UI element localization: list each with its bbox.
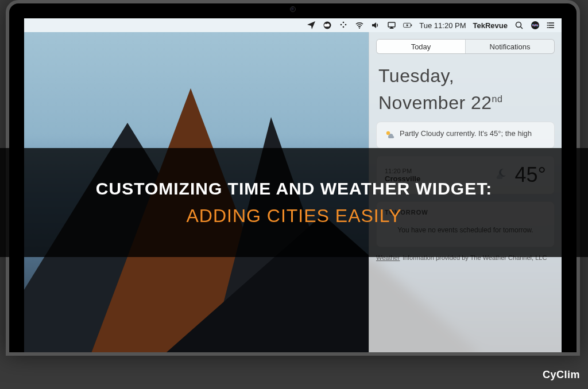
svg-rect-8 bbox=[411, 25, 412, 26]
overlay-line2: ADDING CITIES EASILY bbox=[186, 205, 401, 227]
svg-point-18 bbox=[386, 131, 390, 135]
weather-summary-text: Partly Cloudy currently. It's 45°; the h… bbox=[400, 129, 532, 138]
stage: Tue 11:20 PM TekRevue Today Notification… bbox=[0, 0, 588, 389]
menubar: Tue 11:20 PM TekRevue bbox=[24, 18, 562, 32]
airplay-icon[interactable] bbox=[387, 21, 396, 30]
date-ordinal: nd bbox=[492, 94, 503, 104]
today-notifications-segmented-control: Today Notifications bbox=[376, 39, 555, 54]
creative-cloud-icon[interactable] bbox=[323, 21, 332, 30]
date-month-day-text: November 22 bbox=[378, 92, 492, 113]
webcam-icon bbox=[290, 6, 296, 12]
svg-point-5 bbox=[359, 28, 360, 29]
weather-summary-card[interactable]: Partly Cloudy currently. It's 45°; the h… bbox=[376, 122, 555, 149]
svg-point-17 bbox=[547, 27, 548, 28]
battery-icon[interactable] bbox=[403, 21, 412, 30]
date-widget: Tuesday, November 22nd bbox=[376, 61, 555, 115]
menubar-datetime[interactable]: Tue 11:20 PM bbox=[419, 21, 466, 30]
svg-rect-6 bbox=[388, 22, 395, 27]
svg-point-16 bbox=[547, 25, 548, 26]
svg-point-1 bbox=[343, 22, 345, 24]
svg-point-3 bbox=[345, 24, 347, 26]
settings-dots-icon[interactable] bbox=[339, 21, 348, 30]
tab-notifications[interactable]: Notifications bbox=[465, 40, 554, 53]
svg-point-9 bbox=[516, 22, 521, 28]
menubar-app-name[interactable]: TekRevue bbox=[473, 21, 508, 30]
location-icon[interactable] bbox=[307, 21, 316, 30]
svg-point-4 bbox=[343, 26, 345, 28]
spotlight-icon[interactable] bbox=[514, 21, 524, 30]
partly-cloudy-icon bbox=[385, 129, 395, 141]
article-title-overlay: CUSTOMIZING TIME AND WEATHER WIDGET: ADD… bbox=[0, 148, 588, 257]
date-month-day: November 22nd bbox=[376, 88, 555, 115]
tab-today[interactable]: Today bbox=[377, 40, 465, 53]
date-weekday: Tuesday, bbox=[376, 61, 555, 88]
volume-icon[interactable] bbox=[371, 21, 380, 30]
svg-line-10 bbox=[521, 27, 523, 29]
watermark: CyClim bbox=[543, 369, 580, 381]
notification-center-icon[interactable] bbox=[547, 21, 556, 30]
wifi-icon[interactable] bbox=[355, 21, 364, 30]
svg-point-2 bbox=[341, 24, 342, 26]
overlay-line1: CUSTOMIZING TIME AND WEATHER WIDGET: bbox=[96, 179, 492, 199]
siri-icon[interactable] bbox=[531, 21, 540, 30]
svg-point-15 bbox=[547, 22, 548, 24]
